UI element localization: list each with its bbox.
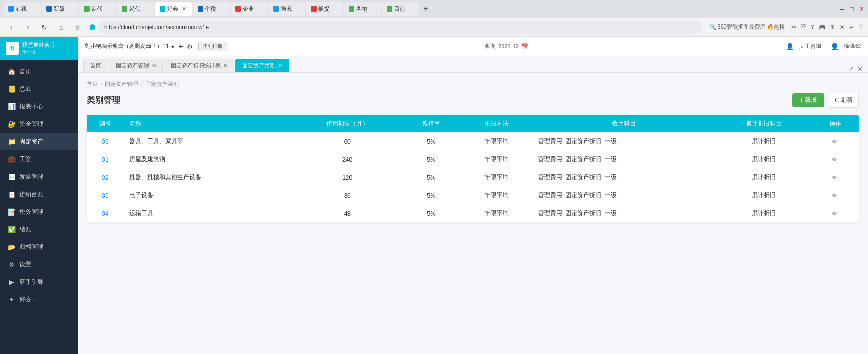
page-tab-depreciation[interactable]: 固定资产折旧统计表 ✕ [164, 59, 234, 72]
col-months: 使用期限（月） [293, 115, 401, 132]
home-button[interactable]: ⌂ [54, 21, 67, 34]
browser-tab-1[interactable]: 在线 [4, 2, 41, 16]
table-row: 02 机器、机械和其他生产设备 120 5% 年限平均 管理费用_固定资产折旧_… [87, 168, 859, 186]
window-close-btn[interactable]: ✕ [859, 6, 864, 12]
breadcrumb-home[interactable]: 首页 [87, 80, 98, 88]
user-avatar-icon: 👤 [831, 43, 838, 50]
add-category-button[interactable]: + 新增 [792, 93, 824, 107]
calendar-icon[interactable]: 📅 [521, 43, 528, 50]
sidebar-item-more[interactable]: ✦ 好会... [0, 291, 78, 308]
edit-icon-row1[interactable]: ✏ [832, 138, 838, 145]
browser-tab-6[interactable]: 个税 [193, 2, 230, 16]
maximize-tab-icon[interactable]: ⤢ [849, 66, 854, 72]
period-info: 账期 2023-12 📅 [485, 42, 528, 50]
sidebar-item-ledger[interactable]: 📒 总账 [0, 80, 78, 98]
reload-button[interactable]: ↻ [38, 21, 51, 34]
user-name: 徐泽华 [844, 42, 861, 50]
back-button[interactable]: ‹ [5, 21, 18, 34]
row2-action[interactable]: ✏ [812, 150, 859, 168]
col-name: 名称 [124, 115, 293, 132]
sidebar-item-settings[interactable]: ⚙ 设置 [0, 256, 78, 273]
browser-tab-9[interactable]: 畅提 [306, 2, 343, 16]
history-icon[interactable]: ↩ [849, 24, 854, 30]
row3-months: 120 [293, 168, 401, 186]
browser-tab-2[interactable]: 新版 [42, 2, 78, 16]
tab-label-7: 企业 [243, 5, 254, 13]
sidebar-item-archive[interactable]: 📂 归档管理 [0, 238, 78, 256]
add-account-icon[interactable]: + [179, 42, 183, 51]
page-tab-category-close[interactable]: ✕ [278, 63, 282, 69]
page-tab-asset-mgmt-close[interactable]: ✕ [152, 63, 156, 69]
page-tab-asset-mgmt[interactable]: 固定资产管理 ✕ [109, 59, 163, 72]
page-tab-home[interactable]: 首页 [83, 59, 108, 72]
row4-action[interactable]: ✏ [812, 186, 859, 204]
row3-action[interactable]: ✏ [812, 168, 859, 186]
col-action: 操作 [812, 115, 859, 132]
edit-icon-row2[interactable]: ✏ [832, 156, 838, 163]
tab-favicon-2 [46, 6, 52, 12]
page-tab-depreciation-close[interactable]: ✕ [223, 63, 227, 69]
bookmark-button[interactable]: ☆ [71, 21, 84, 34]
coin-icon[interactable]: ¥ [811, 24, 814, 30]
page-tab-depreciation-label: 固定资产折旧统计表 [171, 62, 221, 70]
address-input[interactable] [99, 21, 702, 34]
sidebar-nav: 🏠 首页 📒 总账 📊 报表中心 🔐 资金管理 📁 固定资产 💼 工资 [0, 60, 78, 354]
tab-label-6: 个税 [205, 5, 216, 13]
sidebar-item-stock[interactable]: 📋 进销台账 [0, 186, 78, 203]
dropdown-icon[interactable]: ▾ [171, 43, 174, 50]
page-tab-category[interactable]: 固定资产类别 ✕ [235, 59, 289, 72]
guide-icon: ▶ [7, 278, 16, 286]
refresh-button[interactable]: C 刷新 [829, 93, 859, 108]
sidebar-item-guide[interactable]: ▶ 新手引导 [0, 273, 78, 291]
sidebar-item-checkout[interactable]: ✅ 结账 [0, 221, 78, 238]
row5-action[interactable]: ✏ [812, 204, 859, 222]
consultant-label[interactable]: 人工咨询 [799, 42, 821, 50]
window-minimize-btn[interactable]: ─ [840, 6, 844, 12]
window-maximize-btn[interactable]: □ [850, 6, 854, 12]
menu-icon[interactable]: ☰ [858, 24, 863, 30]
translate-icon[interactable]: 译 [801, 23, 806, 31]
row1-action[interactable]: ✏ [812, 132, 859, 150]
sidebar-item-reports[interactable]: 📊 报表中心 [0, 98, 78, 115]
browser-tab-3[interactable]: 易代 [79, 2, 116, 16]
switch-version-button[interactable]: 切到旧版 [198, 42, 227, 51]
cut-icon[interactable]: ✂ [791, 24, 796, 30]
stock-icon: 📋 [7, 191, 16, 198]
browser-tab-5-close[interactable]: ✕ [182, 6, 186, 12]
row5-method: 年限平均 [461, 204, 533, 222]
forward-button[interactable]: › [21, 21, 34, 34]
logo-text-area: 畅捷通好会计 专业版 [22, 42, 55, 55]
sidebar-item-tax[interactable]: 📝 税务管理 [0, 203, 78, 221]
account-name: 刘小艳演示账套（勿删勿动！）11 [85, 42, 168, 50]
row5-code: 04 [87, 204, 124, 222]
sidebar-item-invoice[interactable]: 🧾 发票管理 [0, 168, 78, 186]
edit-icon-row4[interactable]: ✏ [832, 192, 838, 199]
sidebar-item-payroll[interactable]: 💼 工资 [0, 150, 78, 168]
browser-tab-7[interactable]: 企业 [231, 2, 268, 16]
edit-icon-row3[interactable]: ✏ [832, 174, 838, 181]
brightness-icon[interactable]: ☀ [839, 24, 844, 30]
browser-tab-4[interactable]: 易代 [117, 2, 154, 16]
sidebar-item-fixed[interactable]: 📁 固定资产 [0, 133, 78, 150]
sidebar-item-funds[interactable]: 🔐 资金管理 [0, 115, 78, 133]
table-body: 03 器具、工具、家具等 60 5% 年限平均 管理费用_固定资产折旧_一级 累… [87, 132, 859, 222]
grid-icon[interactable]: ⊞ [830, 24, 835, 30]
settings-account-icon[interactable]: ⚙ [187, 43, 193, 50]
game-icon[interactable]: 🎮 [819, 24, 826, 30]
browser-tab-10[interactable]: 各地 [344, 2, 381, 16]
checkout-icon: ✅ [7, 226, 16, 233]
edit-icon-row5[interactable]: ✏ [832, 210, 838, 217]
close-tab-window-icon[interactable]: ✕ [857, 66, 862, 72]
row5-accumulated: 累计折旧 [716, 204, 812, 222]
row2-method: 年限平均 [461, 150, 533, 168]
sidebar-item-home[interactable]: 🏠 首页 [0, 63, 78, 80]
browser-tab-5[interactable]: 好会 ✕ [155, 2, 192, 16]
browser-tab-11[interactable]: 目前 [382, 2, 419, 16]
row5-name: 运输工具 [124, 204, 293, 222]
new-tab-button[interactable]: + [420, 3, 432, 15]
reports-icon: 📊 [7, 103, 16, 110]
row2-accumulated: 累计折旧 [716, 150, 812, 168]
browser-tab-8[interactable]: 腾讯 [269, 2, 305, 16]
row1-name: 器具、工具、家具等 [124, 132, 293, 150]
breadcrumb-sep-1: / [101, 81, 102, 88]
